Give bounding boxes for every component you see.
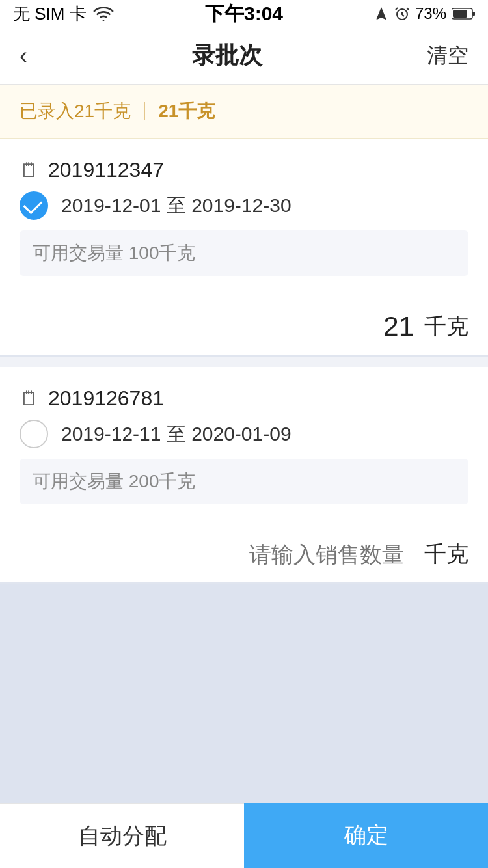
status-time: 下午3:04 [205, 1, 283, 27]
batch-date-row-2[interactable]: 2019-12-11 至 2020-01-09 [20, 420, 468, 448]
batch-id-icon-2: 🗒 [20, 388, 39, 410]
info-banner: 已录入21千克 21千克 [0, 85, 488, 139]
batch-header-1: 🗒 2019112347 [20, 158, 468, 182]
batch-date-1: 2019-12-01 至 2019-12-30 [61, 193, 291, 219]
separator [0, 357, 488, 367]
status-bar: 无 SIM 卡 下午3:04 73% [0, 0, 488, 27]
info-divider [144, 102, 145, 120]
auto-distribute-button[interactable]: 自动分配 [0, 803, 244, 868]
battery-text: 73% [415, 5, 446, 23]
bottom-bar: 自动分配 确定 [0, 803, 488, 868]
alarm-icon [394, 6, 410, 21]
info-value: 21千克 [158, 99, 215, 124]
status-left: 无 SIM 卡 [13, 3, 114, 25]
info-label: 已录入21千克 [20, 99, 131, 124]
carrier-text: 无 SIM 卡 [13, 3, 87, 25]
status-right: 73% [373, 5, 475, 23]
radio-2[interactable] [20, 420, 48, 448]
quantity-unit-1: 千克 [424, 312, 468, 342]
svg-rect-3 [472, 12, 475, 16]
batch-item-2: 🗒 2019126781 2019-12-11 至 2020-01-09 可用交… [0, 367, 488, 530]
page-title: 录批次 [192, 40, 262, 72]
battery-icon [452, 7, 475, 20]
radio-1[interactable] [20, 191, 48, 220]
svg-rect-4 [453, 10, 467, 18]
batch-item-1: 🗒 2019112347 2019-12-01 至 2019-12-30 可用交… [0, 139, 488, 302]
quantity-input-2[interactable] [20, 542, 414, 567]
batch-id-2: 2019126781 [48, 387, 164, 411]
confirm-button[interactable]: 确定 [244, 803, 488, 868]
wifi-icon [93, 3, 114, 24]
clear-button[interactable]: 清空 [427, 42, 468, 70]
quantity-input-row-2: 千克 [0, 530, 488, 584]
batch-id-1: 2019112347 [48, 158, 164, 182]
batch-date-2: 2019-12-11 至 2020-01-09 [61, 421, 291, 448]
back-button[interactable]: ‹ [20, 42, 27, 70]
batch-available-2: 可用交易量 200千克 [20, 459, 468, 504]
quantity-row-1: 21 千克 [0, 302, 488, 357]
batch-header-2: 🗒 2019126781 [20, 387, 468, 411]
nav-bar: ‹ 录批次 清空 [0, 27, 488, 85]
quantity-unit-2: 千克 [424, 539, 468, 569]
batch-available-1: 可用交易量 100千克 [20, 230, 468, 276]
batch-card-2: 🗒 2019126781 2019-12-11 至 2020-01-09 可用交… [0, 367, 488, 584]
quantity-value-1: 21 [383, 311, 414, 342]
batch-id-icon-1: 🗒 [20, 159, 39, 182]
svg-point-0 [102, 20, 104, 21]
location-icon [373, 6, 389, 21]
batch-card-1: 🗒 2019112347 2019-12-01 至 2019-12-30 可用交… [0, 139, 488, 357]
batch-date-row-1[interactable]: 2019-12-01 至 2019-12-30 [20, 191, 468, 220]
